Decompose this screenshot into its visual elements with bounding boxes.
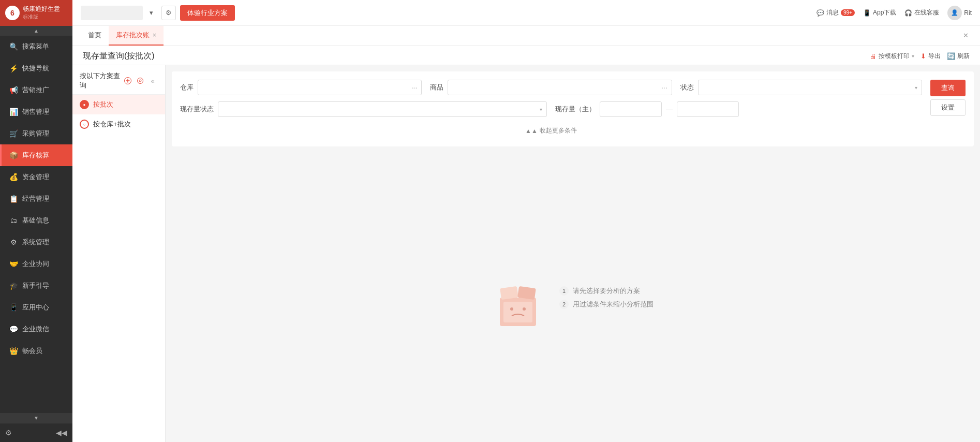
collapse-panel-btn[interactable]: « — [147, 76, 158, 86]
sidebar-item-newbie[interactable]: 🎓 新手引导 — [0, 275, 72, 297]
sidebar-item-search[interactable]: 🔍 搜索菜单 — [0, 36, 72, 57]
product-label: 商品 — [430, 83, 443, 92]
sidebar-item-purchase[interactable]: 🛒 采购管理 — [0, 123, 72, 144]
avatar: 👤 — [947, 6, 962, 20]
collapse-up-icon: ▲▲ — [525, 127, 538, 135]
product-input[interactable]: ··· — [448, 80, 672, 95]
collapse-sidebar-icon[interactable]: ◀◀ — [56, 429, 67, 437]
app-download-action[interactable]: 📱 App下载 — [863, 8, 896, 17]
inventory-icon: 📦 — [9, 151, 18, 160]
print-label: 按模板打印 — [879, 52, 910, 61]
topbar-dropdown-btn[interactable]: ▾ — [145, 7, 157, 19]
sidebar-item-label: 经营管理 — [22, 194, 49, 203]
message-action[interactable]: 💬 消息 99+ — [816, 8, 855, 17]
stock-qty-min[interactable] — [600, 101, 662, 117]
quick-icon: ⚡ — [9, 64, 18, 73]
user-action[interactable]: 👤 Rit — [947, 6, 972, 20]
tab-home-label: 首页 — [88, 31, 101, 40]
sidebar-item-quick[interactable]: ⚡ 快捷导航 — [0, 57, 72, 79]
print-dropdown-icon[interactable]: ▾ — [912, 53, 914, 59]
sidebar-header: 6 畅康通好生意 标准版 — [0, 0, 72, 26]
query-btn[interactable]: 查询 — [930, 80, 966, 96]
add-plan-btn[interactable] — [123, 76, 133, 86]
experience-btn[interactable]: 体验行业方案 — [180, 5, 235, 21]
refresh-action[interactable]: 🔄 刷新 — [947, 52, 970, 61]
stock-qty-dash: — — [666, 106, 673, 113]
topbar-left: ▾ ⚙ 体验行业方案 — [81, 5, 811, 21]
main-area: ▾ ⚙ 体验行业方案 💬 消息 99+ 📱 App下载 🎧 在线客服 👤 — [72, 0, 980, 442]
status-field: 状态 ▾ — [680, 80, 922, 95]
topbar-search-input[interactable] — [81, 6, 143, 20]
print-action[interactable]: 🖨 按模板打印 ▾ — [870, 52, 914, 61]
hint-num-1: 1 — [559, 286, 569, 296]
stock-status-field: 现存量状态 ▾ — [180, 101, 547, 117]
message-badge: 99+ — [841, 9, 855, 16]
sidebar-item-member[interactable]: 👑 畅会员 — [0, 340, 72, 362]
sidebar-item-label: 营销推广 — [22, 85, 49, 95]
edition-label: 标准版 — [23, 13, 60, 21]
sidebar-item-label: 采购管理 — [22, 129, 49, 138]
sidebar-item-sales[interactable]: 📊 销售管理 — [0, 101, 72, 123]
collapse-btn[interactable]: ▲▲ 收起更多条件 — [180, 123, 922, 138]
plan-item-batch[interactable]: ● 按批次 — [72, 95, 165, 114]
avatar-initial: 👤 — [951, 9, 958, 16]
sidebar-item-system[interactable]: ⚙ 系统管理 — [0, 231, 72, 253]
plan-batch-icon: ● — [80, 100, 89, 109]
warehouse-field: 仓库 ··· — [180, 80, 422, 95]
export-action[interactable]: ⬇ 导出 — [920, 52, 941, 61]
user-name: Rit — [964, 9, 972, 17]
topbar: ▾ ⚙ 体验行业方案 💬 消息 99+ 📱 App下载 🎧 在线客服 👤 — [72, 0, 980, 26]
message-label: 消息 — [826, 8, 839, 17]
status-select[interactable]: ▾ — [698, 80, 922, 95]
member-icon: 👑 — [9, 346, 18, 356]
tab-inventory-batch[interactable]: 库存批次账 × — [109, 26, 164, 46]
sidebar-item-wechat[interactable]: 💬 企业微信 — [0, 318, 72, 340]
settings-plan-btn[interactable] — [135, 76, 145, 86]
query-row-1: 仓库 ··· 商品 ··· — [180, 80, 922, 95]
topbar-right: 💬 消息 99+ 📱 App下载 🎧 在线客服 👤 Rit — [816, 6, 972, 20]
product-dots[interactable]: ··· — [661, 83, 667, 92]
sidebar-item-finance[interactable]: 💰 资金管理 — [0, 166, 72, 188]
sidebar-item-marketing[interactable]: 📢 营销推广 — [0, 79, 72, 101]
online-service-action[interactable]: 🎧 在线客服 — [904, 8, 939, 17]
export-label: 导出 — [928, 52, 941, 61]
sidebar-item-inventory[interactable]: 📦 库存核算 — [0, 144, 72, 166]
svg-point-9 — [510, 307, 513, 311]
stock-status-arrow-icon: ▾ — [540, 107, 542, 112]
settings-footer-icon[interactable]: ⚙ — [5, 429, 12, 437]
nav-scroll-down[interactable]: ▼ — [0, 413, 72, 423]
tab-close-icon[interactable]: × — [153, 32, 156, 38]
nav-scroll-up[interactable]: ▲ — [0, 26, 72, 36]
warehouse-input[interactable]: ··· — [198, 80, 422, 95]
sidebar-item-enterprise[interactable]: 🤝 企业协同 — [0, 253, 72, 275]
sidebar-item-label: 快捷导航 — [22, 64, 49, 73]
topbar-settings-btn[interactable]: ⚙ — [161, 6, 176, 20]
sales-icon: 📊 — [9, 107, 18, 116]
hint-num-2: 2 — [559, 300, 569, 309]
sidebar-item-basics[interactable]: 🗂 基础信息 — [0, 210, 72, 231]
sidebar-footer: ⚙ ◀◀ — [0, 423, 72, 442]
sidebar-item-label: 库存核算 — [22, 151, 49, 160]
sidebar-item-label: 搜索菜单 — [22, 42, 49, 51]
settings-btn[interactable]: 设置 — [930, 99, 966, 116]
collapse-label: 收起更多条件 — [540, 126, 577, 135]
tab-inventory-batch-label: 库存批次账 — [116, 31, 150, 40]
online-service-label: 在线客服 — [914, 8, 939, 17]
sidebar-item-operations[interactable]: 📋 经营管理 — [0, 188, 72, 210]
svg-rect-7 — [517, 286, 536, 299]
tab-home[interactable]: 首页 — [81, 26, 109, 46]
sidebar-item-label: 基础信息 — [22, 216, 49, 225]
plan-batch-label: 按批次 — [93, 100, 113, 109]
warehouse-dots[interactable]: ··· — [411, 83, 418, 92]
page-header: 现存量查询(按批次) 🖨 按模板打印 ▾ ⬇ 导出 🔄 刷新 — [72, 46, 980, 65]
plan-item-warehouse-batch[interactable]: ○ 按仓库+批次 — [72, 114, 165, 134]
left-panel: 按以下方案查询 « — [72, 65, 166, 442]
sidebar-item-apps[interactable]: 📱 应用中心 — [0, 297, 72, 318]
stock-status-select[interactable]: ▾ — [218, 101, 547, 117]
svg-point-4 — [139, 80, 141, 82]
tab-close-all-btn[interactable]: ✕ — [959, 30, 972, 42]
sidebar-item-label: 系统管理 — [22, 238, 49, 247]
sidebar-item-label: 销售管理 — [22, 107, 49, 116]
sidebar-item-label: 应用中心 — [22, 303, 49, 312]
stock-qty-max[interactable] — [677, 101, 739, 117]
